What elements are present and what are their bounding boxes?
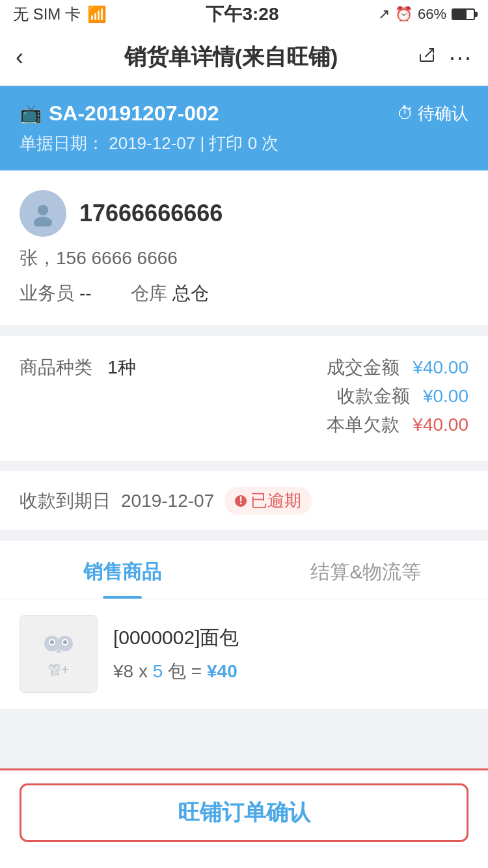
transaction-value: ¥40.00 [413, 357, 468, 378]
transaction-label: 成交金额 [327, 355, 400, 380]
multiply-sign: x [139, 661, 153, 681]
overdue-badge: ! 已逾期 [224, 487, 312, 515]
alarm-icon: ⏰ [395, 6, 413, 23]
due-date-label: 收款到期日 [20, 489, 111, 513]
product-price: ¥8 x 5 包 = ¥40 [113, 659, 468, 684]
order-header: 📺 SA-20191207-002 ⏱ 待确认 单据日期： 2019-12-07… [0, 86, 488, 170]
received-value: ¥0.00 [423, 386, 468, 407]
price-unit: ¥8 [113, 661, 133, 681]
product-quantity: 5 [153, 661, 163, 681]
product-name: [0000002]面包 [113, 625, 468, 651]
summary-section: 商品种类 1种 成交金额 ¥40.00 收款金额 ¥0.00 本单欠款 ¥40.… [0, 336, 488, 461]
svg-point-8 [63, 640, 67, 644]
confirm-button[interactable]: 旺铺订单确认 [20, 783, 468, 842]
product-logo-icon [40, 629, 77, 658]
product-image: 管+ [20, 615, 98, 693]
battery-icon [452, 8, 475, 20]
received-label: 收款金额 [337, 384, 410, 409]
due-date-section: 收款到期日 2019-12-07 ! 已逾期 [0, 471, 488, 530]
warehouse-value: 总仓 [172, 281, 209, 306]
svg-line-0 [426, 49, 433, 57]
product-type-value: 1种 [107, 357, 136, 377]
more-icon[interactable]: ··· [449, 44, 472, 71]
tabs-section: 销售商品 结算&物流等 管+ [0, 541, 488, 709]
product-info: [0000002]面包 ¥8 x 5 包 = ¥40 [113, 625, 468, 684]
avatar [20, 190, 66, 237]
status-time: 下午3:28 [206, 2, 278, 27]
salesman-label: 业务员 [20, 281, 74, 306]
battery-text: 66% [418, 6, 446, 23]
salesman-value: -- [79, 283, 92, 304]
svg-point-2 [34, 217, 52, 226]
status-left: 无 SIM 卡 📶 [13, 4, 107, 25]
back-button[interactable]: ‹ [16, 44, 55, 71]
customer-section: 17666666666 张，156 6666 6666 业务员 -- 仓库 总仓 [0, 170, 488, 325]
customer-phone: 17666666666 [79, 200, 223, 227]
status-right: ↗ ⏰ 66% [378, 6, 475, 23]
svg-point-7 [50, 640, 54, 644]
owed-value: ¥40.00 [413, 414, 468, 435]
product-item: 管+ [0000002]面包 ¥8 x 5 包 = ¥40 [20, 615, 468, 693]
carrier-text: 无 SIM 卡 [13, 4, 81, 25]
order-id: 📺 SA-20191207-002 [20, 102, 219, 126]
due-date-value: 2019-12-07 [121, 491, 214, 511]
status-bar: 无 SIM 卡 📶 下午3:28 ↗ ⏰ 66% [0, 0, 488, 29]
nav-right-actions: ··· [407, 44, 472, 71]
page-title: 销货单详情(来自旺铺) [55, 42, 407, 72]
share-icon[interactable] [418, 46, 436, 68]
customer-name: 张，156 6666 6666 [20, 246, 468, 271]
svg-point-1 [38, 205, 48, 215]
order-status: ⏱ 待确认 [397, 102, 468, 125]
overdue-text: 已逾期 [251, 489, 301, 512]
unit-text: 包 [168, 661, 186, 681]
location-icon: ↗ [378, 6, 390, 23]
product-logo-text: 管+ [48, 661, 69, 679]
equals-sign: = [191, 661, 207, 681]
order-date-line: 单据日期： 2019-12-07 | 打印 0 次 [20, 132, 468, 155]
overdue-icon: ! [235, 495, 247, 507]
wifi-icon: 📶 [87, 5, 107, 23]
tabs-row: 销售商品 结算&物流等 [0, 541, 488, 599]
summary-amounts: 成交金额 ¥40.00 收款金额 ¥0.00 本单欠款 ¥40.00 [327, 355, 468, 441]
product-type-label: 商品种类 [20, 357, 92, 377]
nav-bar: ‹ 销货单详情(来自旺铺) ··· [0, 29, 488, 86]
product-section: 管+ [0000002]面包 ¥8 x 5 包 = ¥40 [0, 599, 488, 709]
tab-settlement[interactable]: 结算&物流等 [244, 541, 488, 599]
product-total: ¥40 [207, 661, 237, 681]
bottom-bar: 旺铺订单确认 [0, 768, 488, 868]
status-clock-icon: ⏱ [397, 103, 414, 124]
order-icon: 📺 [20, 103, 42, 124]
customer-meta: 业务员 -- 仓库 总仓 [20, 281, 468, 306]
warehouse-label: 仓库 [131, 281, 167, 306]
owed-label: 本单欠款 [327, 413, 400, 437]
tab-products[interactable]: 销售商品 [0, 541, 244, 599]
